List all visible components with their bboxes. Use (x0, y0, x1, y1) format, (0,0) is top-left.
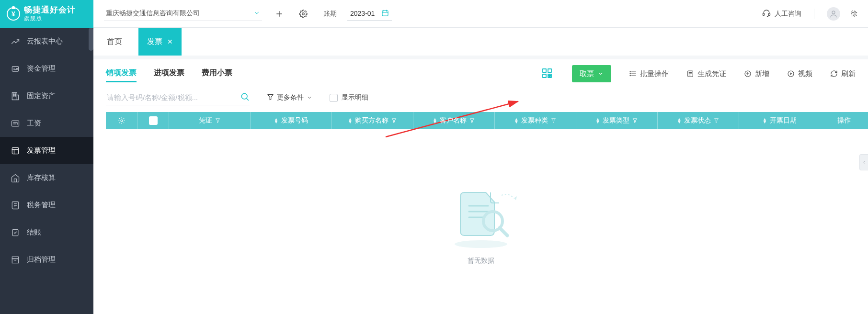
column-label: 发票类型 (603, 116, 629, 125)
svg-marker-67 (514, 196, 517, 200)
period-select[interactable]: 2023-01 (347, 7, 392, 21)
svg-point-1 (16, 68, 18, 69)
column-header-5[interactable]: ▲▼发票类型 (576, 112, 658, 129)
headset-icon (762, 9, 771, 19)
search-field[interactable] (106, 90, 250, 105)
svg-point-27 (832, 11, 835, 14)
search-icon[interactable] (240, 92, 250, 103)
svg-point-20 (302, 12, 305, 15)
panel-collapse-handle[interactable] (859, 154, 868, 170)
chevron-down-icon (253, 10, 260, 18)
sidebar-item-label: 库存核算 (27, 173, 56, 182)
support-label: 人工咨询 (775, 10, 801, 18)
add-company-button[interactable] (273, 7, 286, 21)
svg-point-38 (630, 71, 630, 72)
more-conditions-button[interactable]: 更多条件 (267, 93, 312, 102)
svg-rect-6 (15, 95, 16, 96)
sidebar-item-label: 结账 (27, 228, 41, 237)
settings-button[interactable] (297, 7, 310, 21)
show-detail-toggle[interactable]: 显示明细 (330, 93, 368, 102)
svg-rect-31 (548, 74, 549, 76)
svg-rect-5 (13, 95, 14, 96)
refresh-button[interactable]: 刷新 (830, 69, 856, 78)
sidebar-item-5[interactable]: 库存核算 (0, 164, 93, 191)
select-all-checkbox[interactable] (137, 112, 169, 129)
main: 重庆畅捷交通信息咨询有限公司 账期 2023-01 (93, 0, 868, 314)
sidebar-item-1[interactable]: 资金管理 (0, 55, 93, 82)
svg-point-39 (630, 73, 630, 74)
search-input[interactable] (106, 93, 240, 102)
column-header-3[interactable]: ▲▼客户名称 (413, 112, 495, 129)
column-settings-button[interactable] (106, 112, 137, 129)
video-button[interactable]: 视频 (787, 69, 812, 78)
brand: ¥ 畅捷通好会计 旗舰版 (0, 0, 93, 28)
svg-rect-26 (769, 13, 770, 16)
sidebar-item-6[interactable]: 税务管理 (0, 191, 93, 219)
filter-icon (469, 118, 475, 124)
sidebar-item-4[interactable]: 发票管理 (0, 137, 93, 164)
column-header-2[interactable]: ▲▼购买方名称 (332, 112, 413, 129)
subtab-1[interactable]: 进项发票 (154, 65, 184, 82)
refresh-label: 刷新 (841, 69, 856, 78)
column-label: 发票种类 (521, 116, 548, 125)
svg-point-8 (17, 123, 18, 124)
column-header-0[interactable]: 凭证 (169, 112, 251, 129)
add-label: 新增 (755, 69, 769, 78)
video-label: 视频 (798, 69, 812, 78)
svg-rect-34 (548, 76, 549, 78)
column-label: 客户名称 (440, 116, 467, 125)
empty-text: 暂无数据 (468, 257, 494, 265)
filter-row: 更多条件 显示明细 (93, 88, 868, 112)
fetch-invoice-button[interactable]: 取票 (572, 65, 611, 82)
sort-icon: ▲▼ (433, 118, 437, 123)
subtab-2[interactable]: 费用小票 (202, 65, 232, 82)
svg-rect-25 (763, 13, 765, 16)
company-select[interactable]: 重庆畅捷交通信息咨询有限公司 (104, 6, 262, 21)
svg-marker-55 (216, 118, 219, 122)
user-avatar[interactable] (827, 7, 840, 21)
svg-marker-59 (633, 118, 637, 122)
svg-rect-21 (382, 11, 388, 16)
column-label: 开票日期 (770, 116, 797, 125)
svg-point-40 (630, 75, 630, 76)
content: 销项发票进项发票费用小票 取票 批量操作 生成凭 (93, 56, 868, 314)
empty-illustration-icon (440, 178, 522, 250)
qr-code-button[interactable] (539, 66, 555, 82)
svg-marker-57 (470, 118, 474, 122)
page-tab-0[interactable]: 首页 (104, 28, 125, 56)
sidebar-item-label: 发票管理 (27, 146, 56, 155)
svg-rect-32 (550, 76, 551, 78)
sidebar-item-0[interactable]: 云报表中心 (0, 28, 93, 55)
sidebar-item-3[interactable]: 工资 (0, 110, 93, 137)
close-icon[interactable]: ✕ (167, 38, 173, 45)
sidebar-item-2[interactable]: 固定资产 (0, 82, 93, 110)
sidebar-item-icon (11, 37, 20, 46)
column-header-6[interactable]: ▲▼发票状态 (658, 112, 739, 129)
user-name: 徐 (851, 10, 857, 18)
svg-rect-33 (550, 74, 551, 76)
topbar: 重庆畅捷交通信息咨询有限公司 账期 2023-01 (93, 0, 868, 28)
sidebar-scroll[interactable]: 云报表中心资金管理固定资产工资发票管理库存核算税务管理结账归档管理 (0, 28, 93, 314)
add-button[interactable]: 新增 (743, 69, 769, 78)
subtab-0[interactable]: 销项发票 (106, 65, 137, 82)
support-button[interactable]: 人工咨询 (762, 9, 801, 19)
company-name: 重庆畅捷交通信息咨询有限公司 (106, 9, 200, 18)
batch-action-button[interactable]: 批量操作 (628, 69, 669, 78)
column-header-1[interactable]: ▲▼发票号码 (251, 112, 332, 129)
filter-icon (215, 118, 220, 124)
sidebar-item-label: 资金管理 (27, 64, 56, 73)
sidebar-item-icon (11, 146, 20, 156)
generate-voucher-button[interactable]: 生成凭证 (686, 69, 726, 78)
empty-state: 暂无数据 (93, 129, 868, 314)
page-tab-1[interactable]: 发票✕ (138, 28, 182, 56)
sort-icon: ▲▼ (763, 118, 767, 123)
tab-label: 首页 (107, 37, 122, 47)
sidebar-item-7[interactable]: 结账 (0, 219, 93, 246)
column-header-4[interactable]: ▲▼发票种类 (495, 112, 576, 129)
svg-rect-16 (12, 258, 18, 263)
svg-marker-60 (715, 118, 719, 122)
sidebar-item-icon (11, 91, 20, 101)
sidebar-item-8[interactable]: 归档管理 (0, 246, 93, 273)
column-header-7[interactable]: ▲▼开票日期 (739, 112, 820, 129)
column-label: 凭证 (199, 116, 212, 125)
